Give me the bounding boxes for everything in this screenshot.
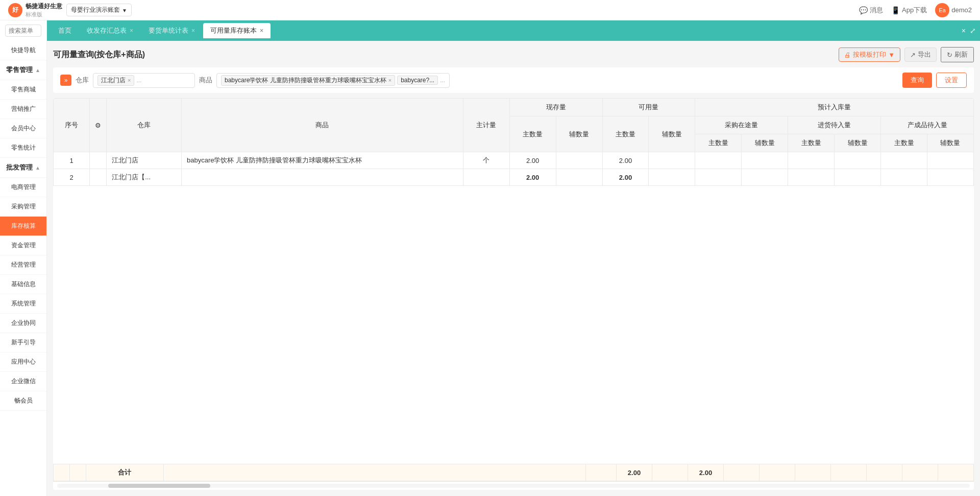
tab-order-stat[interactable]: 要货单统计表 × xyxy=(141,23,202,38)
content-area: 首页 收发存汇总表 × 要货单统计表 × 可用量库存账本 × × ⤢ xyxy=(47,20,980,496)
warehouse-filter-box[interactable]: 江北门店 × ... xyxy=(93,73,195,88)
product-filter-box[interactable]: babycare学饮杯 儿童防摔防撞吸管杯重力球吸嘴杯宝宝水杯 × babyca… xyxy=(216,73,450,88)
sidebar-item-inventory[interactable]: 库存核算 xyxy=(0,217,46,236)
marketing-label: 营销推广 xyxy=(11,105,36,112)
product-filter-label: 商品 xyxy=(199,76,212,85)
tab-expand-icon[interactable]: ⤢ xyxy=(970,27,976,35)
product-tag-1-remove[interactable]: × xyxy=(388,77,391,83)
th-product: 商品 xyxy=(181,99,463,152)
search-input[interactable] xyxy=(5,25,41,37)
scroll-track[interactable] xyxy=(57,484,970,488)
warehouse-tag: 江北门店 × xyxy=(97,75,134,86)
row1-avail-main: 2.00 xyxy=(602,152,649,169)
product-tag-2-value: babycare?... xyxy=(401,77,434,84)
finance-label: 资金管理 xyxy=(11,242,36,249)
tab-bar-actions: × ⤢ xyxy=(962,27,976,35)
wholesale-label: 批发管理 xyxy=(6,163,33,172)
table-row: 1 江北门店 babycare学饮杯 儿童防摔防撞吸管杯重力球吸嘴杯宝宝水杯 个… xyxy=(54,152,974,169)
member-label: 会员中心 xyxy=(11,125,36,132)
row2-avail-aux xyxy=(649,169,695,186)
inventory-label: 库存核算 xyxy=(11,222,36,229)
row1-goods-recv-main xyxy=(788,152,835,169)
row2-stock-aux xyxy=(556,169,602,186)
th-goods-recv: 进货待入量 xyxy=(788,116,881,134)
scroll-thumb[interactable] xyxy=(108,484,210,488)
tab-available-stock-close[interactable]: × xyxy=(260,27,263,34)
message-label: 消息 xyxy=(870,6,883,15)
th-avail-main: 主数量 xyxy=(602,116,649,152)
th-settings[interactable] xyxy=(90,99,107,152)
tab-home[interactable]: 首页 xyxy=(51,23,79,38)
template-print-button[interactable]: 🖨 按模板打印 ▼ xyxy=(839,48,900,62)
sidebar-item-ecommerce[interactable]: 电商管理 xyxy=(0,178,46,197)
畅会员-label: 畅会员 xyxy=(14,397,33,404)
sidebar-item-wholesale[interactable]: 批发管理 ▲ xyxy=(0,158,46,178)
store-selector[interactable]: 母婴行业演示账套 xyxy=(66,4,132,16)
sidebar-item-base-info[interactable]: 基础信息 xyxy=(0,275,46,294)
zero-retail-arrow: ▲ xyxy=(35,67,40,73)
brand-name: 畅捷通好生意 xyxy=(26,2,62,11)
th-no: 序号 xyxy=(54,99,90,152)
sidebar-item-retail-stat[interactable]: 零售统计 xyxy=(0,138,46,158)
store-name: 母婴行业演示账套 xyxy=(71,6,120,14)
row2-product xyxy=(181,169,463,186)
enterprise-label: 企业协同 xyxy=(11,319,36,326)
th-pur-transit-aux: 辅数量 xyxy=(742,134,788,152)
sidebar-item-enterprise[interactable]: 企业协同 xyxy=(0,314,46,333)
row1-prod-pending-main xyxy=(881,152,927,169)
sidebar-item-畅会员[interactable]: 畅会员 xyxy=(0,391,46,411)
new-guide-label: 新手引导 xyxy=(11,339,36,346)
filter-area: 仓库 江北门店 × ... 商品 babycare学饮杯 儿童防摔防撞吸管杯重力… xyxy=(53,67,974,93)
sidebar-item-member[interactable]: 会员中心 xyxy=(0,119,46,138)
row1-unit: 个 xyxy=(463,152,509,169)
tab-income-expense[interactable]: 收发存汇总表 × xyxy=(80,23,140,38)
message-button[interactable]: 消息 xyxy=(859,6,883,15)
tab-income-expense-close[interactable]: × xyxy=(130,27,133,34)
app-download-button[interactable]: App下载 xyxy=(891,6,927,15)
th-available: 可用量 xyxy=(602,99,695,116)
row1-prod-pending-aux xyxy=(927,152,973,169)
sidebar-item-zero-retail[interactable]: 零售管理 ▲ xyxy=(0,60,46,80)
sidebar-item-quick-nav[interactable]: 快捷导航 xyxy=(0,41,46,60)
sidebar-item-purchase[interactable]: 采购管理 xyxy=(0,197,46,217)
tab-order-stat-close[interactable]: × xyxy=(191,27,195,34)
tab-income-expense-label: 收发存汇总表 xyxy=(87,26,127,35)
sys-mgmt-label: 系统管理 xyxy=(11,300,36,307)
sidebar-item-app-center[interactable]: 应用中心 xyxy=(0,352,46,372)
total-stock-main: 2.00 xyxy=(617,464,652,481)
user-name: demo2 xyxy=(951,6,972,14)
th-avail-aux: 辅数量 xyxy=(649,116,695,152)
tab-close-all-icon[interactable]: × xyxy=(962,27,966,35)
sidebar-item-new-guide[interactable]: 新手引导 xyxy=(0,333,46,352)
th-stock-aux: 辅数量 xyxy=(556,116,602,152)
th-prod-pending: 产成品待入量 xyxy=(881,116,974,134)
sidebar-item-enterprise-wechat[interactable]: 企业微信 xyxy=(0,372,46,391)
product-tag-1: babycare学饮杯 儿童防摔防撞吸管杯重力球吸嘴杯宝宝水杯 × xyxy=(221,75,395,86)
user-menu[interactable]: Ea demo2 xyxy=(935,3,972,17)
sidebar-item-retail-shop[interactable]: 零售商城 xyxy=(0,80,46,100)
sidebar-item-finance[interactable]: 资金管理 xyxy=(0,236,46,255)
filter-actions: 查询 设置 xyxy=(902,73,967,88)
sidebar-item-marketing[interactable]: 营销推广 xyxy=(0,100,46,119)
row1-stock-main: 2.00 xyxy=(509,152,556,169)
quick-nav-label: 快捷导航 xyxy=(11,46,36,54)
refresh-button[interactable]: ↻ 刷新 xyxy=(941,47,974,62)
row1-settings xyxy=(90,152,107,169)
app-download-label: App下载 xyxy=(902,6,927,15)
expand-icon xyxy=(64,77,68,84)
th-goods-recv-aux: 辅数量 xyxy=(835,134,881,152)
brand-sub: 标准版 xyxy=(26,11,62,18)
retail-shop-label: 零售商城 xyxy=(11,86,36,93)
warehouse-tag-remove[interactable]: × xyxy=(128,77,131,83)
query-button[interactable]: 查询 xyxy=(902,73,932,88)
tab-available-stock-label: 可用量库存账本 xyxy=(210,26,257,35)
brand-info: 畅捷通好生意 标准版 xyxy=(26,2,62,18)
expand-filter-button[interactable] xyxy=(60,75,71,86)
export-button[interactable]: ↗ 导出 xyxy=(904,48,937,62)
sidebar-item-operation[interactable]: 经营管理 xyxy=(0,255,46,275)
row2-no: 2 xyxy=(54,169,90,186)
settings-button[interactable]: 设置 xyxy=(936,73,967,88)
sidebar-item-sys-mgmt[interactable]: 系统管理 xyxy=(0,294,46,314)
tab-available-stock[interactable]: 可用量库存账本 × xyxy=(203,23,271,38)
row2-prod-pending-aux xyxy=(927,169,973,186)
